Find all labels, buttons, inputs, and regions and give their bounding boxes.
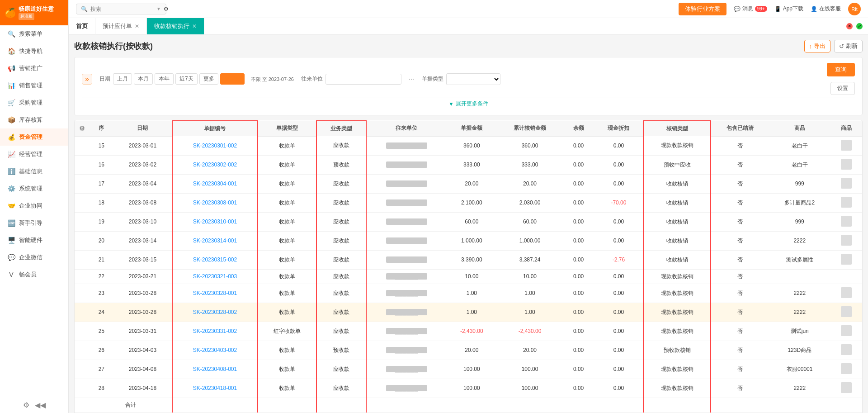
sidebar-item-operations[interactable]: 📈经营管理 bbox=[0, 146, 68, 163]
tab-home[interactable]: 首页 bbox=[69, 18, 95, 34]
refresh-button[interactable]: ↺ 刷新 bbox=[834, 40, 863, 52]
tab-collection-close[interactable]: ✕ bbox=[192, 23, 197, 29]
sidebar-footer: ⚙ ◀◀ bbox=[0, 397, 68, 413]
sidebar-item-inventory[interactable]: 📦库存核算 bbox=[0, 111, 68, 128]
search-input[interactable] bbox=[90, 6, 154, 12]
sidebar-icon-basic: ℹ️ bbox=[7, 168, 15, 175]
footer-settled bbox=[711, 398, 769, 412]
app-icon: 📱 bbox=[774, 6, 781, 12]
th-writeoff-type: 核销类型 bbox=[643, 121, 711, 136]
page-header-actions: ↑ 导出 ↺ 刷新 bbox=[804, 40, 863, 52]
tab-payable-label: 预计应付单 bbox=[103, 22, 132, 30]
cell-writeoff-8: 1.00 bbox=[497, 284, 563, 303]
app-download-button[interactable]: 📱 App下载 bbox=[774, 5, 803, 13]
user-avatar[interactable]: Rit bbox=[848, 3, 861, 15]
filter-toggle-button[interactable]: » bbox=[82, 74, 92, 85]
online-service-button[interactable]: 👤 在线客服 bbox=[811, 5, 841, 13]
cell-date-6: 2023-03-15 bbox=[113, 250, 172, 269]
counterpart-input[interactable] bbox=[326, 74, 401, 85]
footer-label: 合计 bbox=[90, 398, 172, 412]
topbar-gear-icon[interactable]: ⚙ bbox=[164, 6, 169, 12]
cell-goods-0: 老白干 bbox=[769, 136, 830, 155]
cell-goods2-7 bbox=[830, 269, 862, 284]
doc-no-link-9[interactable]: SK-20230328-002 bbox=[193, 309, 237, 315]
dropdown-arrow-icon[interactable]: ▼ bbox=[156, 6, 161, 11]
last-month-btn[interactable]: 上月 bbox=[113, 73, 132, 85]
query-button[interactable]: 查询 bbox=[827, 63, 855, 76]
this-month-btn[interactable]: 本月 bbox=[134, 73, 153, 85]
doc-no-link-7[interactable]: SK-20230321-003 bbox=[193, 273, 237, 280]
cell-doc-type-7: 收款单 bbox=[258, 269, 316, 284]
cell-writeoff-2: 20.00 bbox=[497, 174, 563, 193]
export-button[interactable]: ↑ 导出 bbox=[804, 40, 831, 52]
doc-no-link-0[interactable]: SK-20230301-002 bbox=[193, 142, 237, 149]
sidebar-item-hardware[interactable]: 🖥️智能硬件 bbox=[0, 232, 68, 249]
sidebar-item-guide[interactable]: 🆕新手引导 bbox=[0, 214, 68, 232]
tab-payable[interactable]: 预计应付单 ✕ bbox=[95, 18, 147, 34]
doc-no-link-1[interactable]: SK-20230302-002 bbox=[193, 161, 237, 168]
footer-counterpart bbox=[366, 398, 446, 412]
custom-date-btn[interactable]: 自定义 bbox=[220, 73, 245, 85]
receipt-type-select[interactable] bbox=[446, 73, 500, 85]
this-year-btn[interactable]: 本年 bbox=[155, 73, 174, 85]
sidebar-icon-shortcut: 🏠 bbox=[7, 47, 15, 55]
sidebar-item-member[interactable]: V畅会员 bbox=[0, 266, 68, 283]
filter-counterpart-group: 往来单位 bbox=[301, 74, 401, 85]
sidebar-item-system[interactable]: ⚙️系统管理 bbox=[0, 180, 68, 197]
tab-collection[interactable]: 收款核销执行 ✕ bbox=[147, 18, 204, 34]
sidebar-item-finance[interactable]: 💰资金管理 bbox=[0, 128, 68, 146]
cell-amount-7: 10.00 bbox=[446, 269, 497, 284]
cell-discount-5: 0.00 bbox=[594, 231, 643, 250]
doc-no-link-3[interactable]: SK-20230308-001 bbox=[193, 199, 237, 206]
search-box[interactable]: 🔍 ▼ ⚙ bbox=[76, 4, 166, 14]
tab-payable-close[interactable]: ✕ bbox=[135, 23, 139, 29]
doc-no-link-6[interactable]: SK-20230315-002 bbox=[193, 256, 237, 263]
cell-biz-type-1: 预收款 bbox=[316, 155, 367, 174]
settings-icon[interactable]: ⚙ bbox=[23, 401, 29, 409]
table-row: 24 2023-03-28 SK-20230328-002 收款单 应收款 ██… bbox=[75, 303, 862, 322]
sidebar-item-shortcut[interactable]: 🏠快捷导航 bbox=[0, 43, 68, 60]
expand-conditions-button[interactable]: ▼ 展开更多条件 bbox=[82, 98, 855, 109]
doc-no-link-2[interactable]: SK-20230304-001 bbox=[193, 180, 237, 187]
more-date-btn[interactable]: 更多 bbox=[199, 73, 218, 85]
cell-balance-2: 0.00 bbox=[563, 174, 594, 193]
window-close-button[interactable]: ✕ bbox=[846, 23, 853, 29]
sidebar-item-marketing[interactable]: 📢营销推广 bbox=[0, 60, 68, 77]
cell-gear-7 bbox=[75, 269, 90, 284]
cell-counterpart-0: ██████ bbox=[366, 136, 446, 155]
doc-no-link-13[interactable]: SK-20230418-001 bbox=[193, 385, 237, 391]
filter-setting-button[interactable]: 设置 bbox=[830, 82, 855, 95]
sidebar-item-sales[interactable]: 📊销售管理 bbox=[0, 77, 68, 94]
message-button[interactable]: 💬 消息 99+ bbox=[734, 5, 767, 13]
sidebar-item-purchase[interactable]: 🛒采购管理 bbox=[0, 94, 68, 111]
industry-solution-button[interactable]: 体验行业方案 bbox=[679, 3, 726, 15]
doc-no-link-12[interactable]: SK-20230408-001 bbox=[193, 366, 237, 372]
cell-amount-13: 100.00 bbox=[446, 379, 497, 398]
filter-more-dots[interactable]: ··· bbox=[409, 75, 415, 83]
window-max-button[interactable]: ⤢ bbox=[856, 23, 863, 29]
table-footer: 合计 bbox=[75, 398, 862, 412]
sidebar-item-search[interactable]: 🔍搜索菜单 bbox=[0, 25, 68, 43]
doc-no-link-4[interactable]: SK-20230310-001 bbox=[193, 218, 237, 225]
tab-bar: 首页 预计应付单 ✕ 收款核销执行 ✕ ✕ ⤢ bbox=[69, 18, 868, 34]
sidebar-item-collab[interactable]: 🤝企业协同 bbox=[0, 197, 68, 214]
sidebar-item-basic[interactable]: ℹ️基础信息 bbox=[0, 163, 68, 180]
doc-no-link-5[interactable]: SK-20230314-001 bbox=[193, 237, 237, 244]
cell-amount-11: 20.00 bbox=[446, 341, 497, 360]
sidebar: 🍊 畅康道好生意 标准版 🔍搜索菜单🏠快捷导航📢营销推广📊销售管理🛒采购管理📦库… bbox=[0, 0, 69, 413]
page-title: 收款核销执行(按收款) bbox=[74, 41, 153, 52]
cell-doc-no-4: SK-20230310-001 bbox=[172, 212, 258, 231]
footer-writeoff bbox=[497, 398, 563, 412]
column-settings-icon[interactable]: ⚙ bbox=[79, 125, 85, 132]
doc-no-link-10[interactable]: SK-20230331-002 bbox=[193, 328, 237, 334]
last-7-days-btn[interactable]: 近7天 bbox=[175, 73, 198, 85]
doc-no-link-11[interactable]: SK-20230403-002 bbox=[193, 347, 237, 353]
cell-settled-10: 否 bbox=[711, 322, 769, 341]
table-row: 28 2023-04-18 SK-20230418-001 收款单 应收款 ██… bbox=[75, 379, 862, 398]
cell-goods2-8 bbox=[830, 284, 862, 303]
sidebar-item-wechat[interactable]: 💬企业微信 bbox=[0, 249, 68, 266]
table-header-row: ⚙ 序 日期 单据编号 单据类型 业务类型 往来单位 单据金额 累计核销金额 余… bbox=[75, 121, 862, 136]
cell-writeoff-6: 3,387.24 bbox=[497, 250, 563, 269]
doc-no-link-8[interactable]: SK-20230328-001 bbox=[193, 290, 237, 296]
collapse-icon[interactable]: ◀◀ bbox=[35, 401, 46, 409]
